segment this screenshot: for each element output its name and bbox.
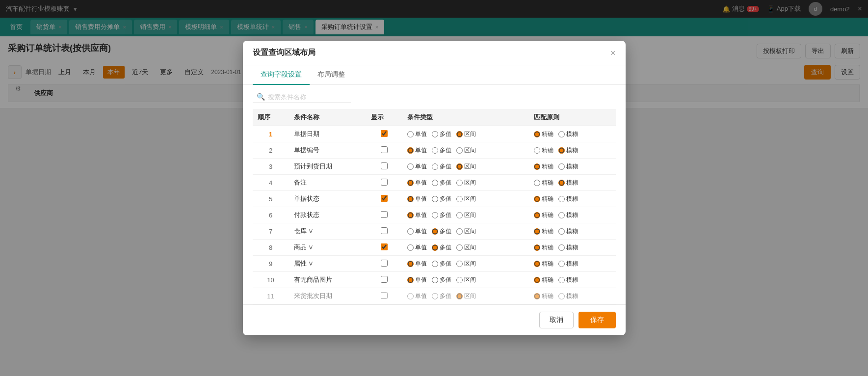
- settings-dialog: 设置查询区域布局 × 查询字段设置 布局调整 🔍 顺序: [243, 41, 626, 108]
- tab-layout-adjust[interactable]: 布局调整: [310, 65, 353, 85]
- dialog-header: 设置查询区域布局 ×: [243, 41, 626, 65]
- modal-overlay: 设置查询区域布局 × 查询字段设置 布局调整 🔍 顺序: [0, 0, 868, 108]
- dialog-search-area: 🔍: [243, 85, 626, 108]
- tab-query-fields-label: 查询字段设置: [261, 70, 302, 78]
- search-input[interactable]: [268, 93, 342, 101]
- tab-layout-adjust-label: 布局调整: [317, 70, 345, 78]
- dialog-close-button[interactable]: ×: [610, 49, 616, 57]
- search-box: 🔍: [253, 91, 351, 103]
- dialog-title: 设置查询区域布局: [253, 48, 316, 58]
- search-icon: 🔍: [257, 93, 265, 101]
- dialog-tabs: 查询字段设置 布局调整: [243, 65, 626, 85]
- tab-query-fields[interactable]: 查询字段设置: [253, 65, 310, 85]
